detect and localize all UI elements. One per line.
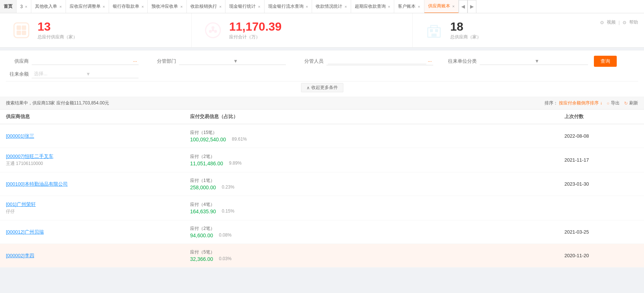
nav-left-arrow[interactable]: ◀	[459, 0, 468, 13]
svg-rect-0	[14, 23, 29, 38]
stat-cards: 13 总应付供应商（家） 11,170.39 应付合计（万）	[0, 13, 644, 48]
supplier-cell-2: [000100]本特勤油品有限公司	[6, 181, 190, 187]
table-row: [000012]广州贝瑞 应付（2笔） 94,600.00 0.08% 2021…	[0, 220, 644, 244]
supplier-sub-3: 仔仔	[6, 208, 190, 215]
balance-dropdown-icon: ▼	[86, 71, 136, 77]
supplier-link-4[interactable]: [000012]广州贝瑞	[6, 229, 44, 235]
percent-0: 89.61%	[232, 137, 247, 142]
nav-label-customer-account: 客户账本	[398, 3, 416, 10]
filter-row-1: 供应商 ··· 分管部门 ▼ 分管人员 ··· 往来单位分	[6, 56, 638, 67]
supplier-cell-5: [000002]李四	[6, 252, 190, 259]
filter-item-dept: 分管部门 ▼	[153, 58, 286, 65]
nav-item-cash-bank-stat[interactable]: 现金银行统计 ×	[225, 0, 264, 13]
supplier-input[interactable]	[33, 58, 132, 64]
nav-right-arrow[interactable]: ▶	[468, 0, 476, 13]
nav-item-tab3[interactable]: 3 ×	[17, 0, 31, 13]
stat-icon-1	[11, 20, 32, 41]
nav-label-other-income: 其他收入单	[35, 3, 57, 10]
svg-rect-3	[17, 31, 21, 35]
transaction-row-2: 258,000.00 0.23%	[190, 184, 564, 190]
circle-play-icon: ⊙	[600, 20, 604, 25]
nav-label-overdue-ar: 超期应收款查询	[355, 3, 386, 10]
nav-close-cash-bank-flow[interactable]: ×	[306, 4, 308, 9]
col-transaction-info: 应付交易信息（占比）	[190, 113, 564, 120]
category-select[interactable]: ▼	[480, 58, 588, 65]
nav-close-other-income[interactable]: ×	[59, 4, 62, 9]
amount-1: 11,051,486.00	[190, 161, 223, 166]
nav-close-payment-verify[interactable]: ×	[219, 4, 221, 9]
collapse-label: 收起更多条件	[311, 85, 338, 91]
ap-count-5: 应付（5笔）	[190, 249, 564, 255]
nav-item-home[interactable]: 首页	[0, 0, 17, 13]
export-action[interactable]: ○ 导出	[607, 100, 620, 106]
svg-rect-2	[22, 25, 26, 30]
percent-1: 9.89%	[229, 161, 242, 166]
query-button[interactable]: 查询	[594, 56, 617, 67]
nav-close-overdue-ar[interactable]: ×	[388, 4, 390, 9]
supplier-input-wrap: ···	[32, 58, 139, 65]
stat-label-3: 总供应商（家）	[450, 34, 481, 40]
nav-item-payment-verify[interactable]: 收款核销执行 ×	[187, 0, 225, 13]
transaction-cell-0: 应付（15笔） 100,092,540.00 89.61%	[190, 130, 564, 142]
balance-select[interactable]: 选择... ▼	[32, 70, 139, 78]
amount-4: 94,600.00	[190, 232, 213, 238]
percent-5: 0.03%	[219, 256, 231, 261]
nav-close-bank-deposit[interactable]: ×	[141, 4, 144, 9]
stat-label-1: 总应付供应商（家）	[38, 34, 77, 40]
nav-item-prepay-offset[interactable]: 预收冲应收单 ×	[148, 0, 186, 13]
ap-count-0: 应付（15笔）	[190, 130, 564, 136]
filter-item-person: 分管人员 ···	[301, 58, 433, 65]
supplier-link-5[interactable]: [000002]李四	[6, 253, 34, 258]
supplier-label: 供应商	[6, 58, 32, 65]
collapse-bar: ∧ 收起更多条件	[6, 81, 638, 94]
refresh-action[interactable]: ↻ 刷新	[624, 100, 638, 106]
nav-close-ar-ap-adjust[interactable]: ×	[103, 4, 105, 9]
supplier-link-2[interactable]: [000100]本特勤油品有限公司	[6, 181, 68, 187]
supplier-link-1[interactable]: [000007]恒旺二手叉车	[6, 154, 53, 159]
person-dots-icon[interactable]: ···	[428, 58, 432, 64]
nav-item-payment-stat[interactable]: 收款情况统计 ×	[312, 0, 351, 13]
export-icon: ○	[607, 101, 609, 106]
stat-card-1: 13 总应付供应商（家）	[0, 13, 192, 47]
supplier-link-3[interactable]: [001]广州荣轩	[6, 201, 36, 207]
collapse-button[interactable]: ∧ 收起更多条件	[301, 83, 343, 92]
supplier-link-0[interactable]: [000001]张三	[6, 133, 34, 139]
nav-close-payment-stat[interactable]: ×	[344, 4, 347, 9]
supplier-cell-4: [000012]广州贝瑞	[6, 229, 190, 235]
transaction-row-0: 100,092,540.00 89.61%	[190, 136, 564, 142]
stat-icon-3	[424, 20, 444, 41]
sort-arrow-icon: ↓	[600, 100, 602, 106]
nav-item-supplier-account[interactable]: 供应商账本 ×	[424, 0, 459, 13]
nav-item-ar-ap-adjust[interactable]: 应收应付调整单 ×	[66, 0, 109, 13]
nav-item-overdue-ar[interactable]: 超期应收款查询 ×	[351, 0, 394, 13]
sort-value-text: 按应付余额倒序排序	[559, 100, 599, 106]
filter-area: 供应商 ··· 分管部门 ▼ 分管人员 ··· 往来单位分	[0, 51, 644, 97]
nav-close-tab3[interactable]: ×	[25, 4, 27, 9]
last-pay-2: 2023-01-30	[564, 181, 638, 187]
nav-item-cash-bank-flow[interactable]: 现金银行流水查询 ×	[265, 0, 312, 13]
transaction-row-1: 11,051,486.00 9.89%	[190, 160, 564, 166]
stat-icon-2	[203, 20, 223, 41]
nav-close-supplier-account[interactable]: ×	[452, 4, 455, 8]
dept-select[interactable]: ▼	[179, 58, 286, 65]
transaction-cell-3: 应付（4笔） 164,635.90 0.15%	[190, 201, 564, 214]
table-row: [000002]李四 应付（5笔） 32,366.00 0.03% 2020-1…	[0, 244, 644, 268]
supplier-dots-icon[interactable]: ···	[133, 58, 137, 64]
nav-close-customer-account[interactable]: ×	[418, 4, 420, 9]
nav-item-other-income[interactable]: 其他收入单 ×	[31, 0, 66, 13]
ap-count-2: 应付（1笔）	[190, 177, 564, 184]
nav-item-customer-account[interactable]: 客户账本 ×	[394, 0, 424, 13]
help-link[interactable]: 帮助	[629, 19, 638, 25]
nav-item-bank-deposit[interactable]: 银行存取款单 ×	[109, 0, 148, 13]
nav-close-prepay-offset[interactable]: ×	[180, 4, 182, 9]
svg-rect-1	[17, 25, 21, 30]
nav-label-payment-stat: 收款情况统计	[316, 3, 342, 10]
person-input[interactable]	[328, 58, 426, 64]
video-link[interactable]: 视频	[607, 19, 616, 25]
stat-info-3: 18 总供应商（家）	[450, 21, 481, 40]
svg-point-9	[212, 29, 214, 31]
supplier-cell-0: [000001]张三	[6, 133, 190, 139]
col-last-pay: 上次付数	[564, 113, 638, 120]
nav-close-cash-bank-stat[interactable]: ×	[258, 4, 260, 9]
nav-label-bank-deposit: 银行存取款单	[113, 3, 139, 10]
